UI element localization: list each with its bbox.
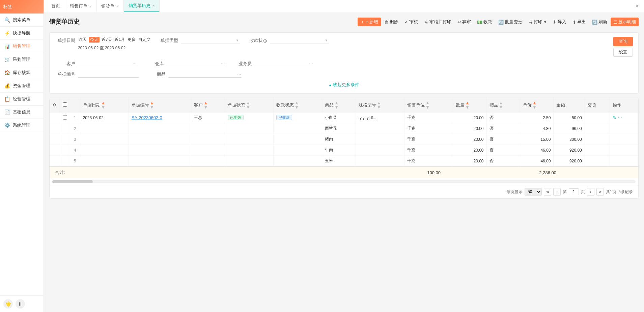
review-button[interactable]: ✔ 审核 [402, 18, 421, 26]
show-detail-button[interactable]: ☰ 显示明细 [611, 18, 639, 26]
sort-docnum[interactable]: 单据编号 ▲▼ [132, 101, 154, 109]
sidebar-pause-btn[interactable]: ⏸ [16, 299, 25, 309]
print-button[interactable]: 🖨 打印 ▼ [526, 18, 550, 26]
sidebar-item-shortcut[interactable]: ⚡ 快捷导航 [0, 27, 44, 40]
staff-dots[interactable]: ··· [309, 61, 313, 66]
th-gift[interactable]: 赠品 ▲▼ [486, 98, 520, 112]
shortcut-today[interactable]: 今天 [89, 37, 100, 43]
th-gear[interactable]: ⚙ [50, 98, 60, 112]
refresh-button[interactable]: 🔃 刷新 [589, 18, 610, 26]
sidebar-item-sales[interactable]: 📊 销售管理 [0, 40, 44, 53]
sidebar-item-finance[interactable]: 💰 资金管理 [0, 79, 44, 93]
cell-checkbox-0[interactable] [60, 112, 70, 123]
shortcut-7days[interactable]: 近7天 [101, 37, 113, 43]
pay-status-input[interactable] [270, 37, 323, 44]
warehouse-dots[interactable]: ··· [221, 61, 225, 66]
th-goods[interactable]: 商品 ▲▼ [322, 98, 356, 112]
delete-button[interactable]: 🗑 删除 [382, 18, 401, 26]
action-edit-0[interactable]: ✎ [613, 115, 616, 120]
sort-qty[interactable]: 数量 ▲▼ [456, 101, 470, 109]
cell-checkbox-4[interactable] [60, 156, 70, 166]
th-checkbox[interactable] [60, 98, 70, 112]
tab-sales-goods-history-close[interactable]: × [152, 4, 155, 8]
customer-dots[interactable]: ··· [133, 61, 137, 66]
sidebar-star-btn[interactable]: 🌟 [3, 299, 13, 309]
th-docnum[interactable]: 单据编号 ▲▼ [129, 98, 191, 112]
tab-sales-order-close[interactable]: × [89, 4, 91, 8]
th-paystatus[interactable]: 收款状态 ▲▼ [274, 98, 322, 112]
sidebar-item-purchase[interactable]: 🛒 采购管理 [0, 53, 44, 66]
cell-docnum-1[interactable] [129, 123, 191, 134]
type-arrow[interactable]: ▼ [234, 38, 240, 42]
sort-price[interactable]: 单价 ▲▼ [523, 101, 537, 109]
pay-status-arrow[interactable]: ▼ [323, 38, 329, 42]
tab-sales-goods-close[interactable]: × [116, 4, 118, 8]
cell-checkbox-3[interactable] [60, 145, 70, 156]
customer-input[interactable] [78, 60, 131, 67]
export-button[interactable]: ⬆ 导出 [570, 18, 589, 26]
tab-home[interactable]: 首页 [47, 0, 65, 12]
collect-button[interactable]: 💵 收款 [474, 18, 495, 26]
docnum-input[interactable] [78, 71, 139, 78]
shortcut-yesterday[interactable]: 昨天 [78, 37, 87, 43]
sort-docstatus[interactable]: 单据状态 ▲▼ [228, 101, 250, 109]
sort-date[interactable]: 单据日期 ▲▼ [83, 101, 106, 109]
last-page-btn[interactable]: ⊳ [596, 188, 604, 196]
tab-sales-goods[interactable]: 销货单 × [96, 0, 123, 12]
shortcut-custom[interactable]: 自定义 [138, 37, 151, 43]
first-page-btn[interactable]: ⊲ [544, 188, 551, 196]
th-unit[interactable]: 销售单位 ▲▼ [404, 98, 453, 112]
sort-customer[interactable]: 客户 ▲▼ [194, 101, 208, 109]
th-date[interactable]: 单据日期 ▲▼ [80, 98, 129, 112]
th-docstatus[interactable]: 单据状态 ▲▼ [225, 98, 273, 112]
table-scrollbar[interactable] [52, 180, 636, 183]
import-button[interactable]: ⬇ 导入 [550, 18, 569, 26]
type-input[interactable] [181, 37, 234, 44]
select-all-checkbox[interactable] [63, 102, 67, 107]
sort-paystatus[interactable]: 收款状态 ▲▼ [276, 101, 299, 109]
review-print-button[interactable]: 🖨 审核并打印 [421, 18, 454, 26]
sidebar-item-inventory[interactable]: 🏠 库存核算 [0, 66, 44, 79]
sidebar-item-search[interactable]: 🔍 搜索菜单 [0, 14, 44, 27]
next-page-btn[interactable]: › [587, 188, 594, 196]
shortcut-more[interactable]: 更多 [127, 37, 136, 43]
page-number-input[interactable] [569, 188, 579, 195]
goods-input[interactable] [168, 71, 236, 77]
new-button[interactable]: ＋ + 新增 [358, 18, 381, 26]
sort-unit[interactable]: 销售单位 ▲▼ [407, 101, 430, 109]
query-button[interactable]: 查询 [613, 37, 633, 46]
cell-docnum-3[interactable] [129, 145, 191, 156]
filter-collapse-btn[interactable]: ▲ 收起更多条件 [55, 80, 633, 89]
tab-sales-order[interactable]: 销售订单 × [65, 0, 96, 12]
cell-checkbox-1[interactable] [60, 123, 70, 134]
per-page-select[interactable]: 50 100 200 [525, 188, 542, 196]
sidebar-item-basic[interactable]: 📄 基础信息 [0, 106, 44, 119]
tab-bar-close-all[interactable]: × [633, 3, 641, 9]
cell-docnum-2[interactable] [129, 134, 191, 145]
cell-docnum-4[interactable] [129, 156, 191, 166]
cell-docnum-0[interactable]: SA-20230602-0 [129, 112, 191, 123]
th-customer[interactable]: 客户 ▲▼ [191, 98, 225, 112]
th-spec[interactable]: 规格型号 ▲▼ [356, 98, 404, 112]
tab-sales-goods-history[interactable]: 销货单历史 × [124, 0, 160, 12]
table-scrollbar-thumb[interactable] [52, 180, 93, 183]
action-more-0[interactable]: ⋯ [618, 115, 622, 120]
prev-page-btn[interactable]: ‹ [553, 188, 561, 196]
sidebar-item-operation[interactable]: 📋 经营管理 [0, 93, 44, 106]
sort-gift[interactable]: 赠品 ▲▼ [489, 101, 503, 109]
batch-change-button[interactable]: 🔄 批量变更 [496, 18, 525, 26]
th-gift-label: 赠品 [489, 102, 498, 108]
warehouse-input[interactable] [166, 60, 220, 67]
th-price[interactable]: 单价 ▲▼ [520, 98, 554, 112]
abandon-button[interactable]: ↩ 弃审 [455, 18, 474, 26]
cell-checkbox-2[interactable] [60, 134, 70, 145]
sort-goods[interactable]: 商品 ▲▼ [325, 101, 339, 109]
sidebar-item-system[interactable]: ⚙️ 系统管理 [0, 119, 44, 132]
goods-dots[interactable]: ··· [237, 71, 241, 77]
settings-button[interactable]: 设置 [613, 48, 633, 57]
shortcut-1month[interactable]: 近1月 [114, 37, 126, 43]
staff-input[interactable] [254, 60, 308, 67]
sort-spec[interactable]: 规格型号 ▲▼ [359, 101, 381, 109]
row-checkbox-0[interactable] [63, 115, 67, 120]
th-qty[interactable]: 数量 ▲▼ [453, 98, 486, 112]
